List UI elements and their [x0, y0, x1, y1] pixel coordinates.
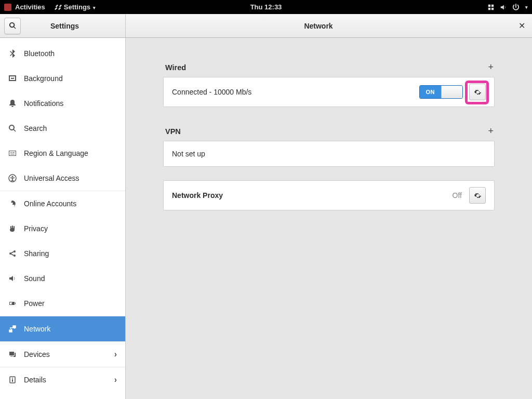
sidebar-item-sharing[interactable]: Sharing	[0, 241, 125, 266]
info-icon	[8, 376, 17, 384]
caret-down-icon: ▾	[93, 5, 96, 10]
app-menu-button[interactable]: Settings ▾	[64, 3, 96, 11]
sidebar-item-label: Region & Language	[24, 149, 88, 157]
tools-icon	[55, 4, 62, 11]
proxy-label: Network Proxy	[172, 191, 223, 200]
close-icon: ✕	[518, 21, 525, 30]
vpn-status: Not set up	[172, 150, 205, 158]
sidebar-item-label: Power	[24, 299, 45, 308]
chevron-right-icon: ›	[114, 375, 117, 384]
speaker-icon	[8, 274, 17, 283]
sidebar-item-label: Details	[24, 376, 46, 384]
toggle-off-handle	[441, 86, 463, 98]
close-button[interactable]: ✕	[511, 21, 532, 31]
proxy-status: Off	[453, 191, 462, 200]
vpn-row: Not set up	[163, 141, 495, 167]
distro-icon	[4, 4, 11, 11]
sidebar-item-label: Online Accounts	[24, 200, 76, 208]
cloud-icon	[8, 200, 17, 208]
sidebar: Bluetooth Background Notifications Searc…	[0, 38, 126, 399]
add-wired-button[interactable]: +	[488, 62, 495, 73]
network-icon	[8, 325, 17, 333]
clock[interactable]: Thu 12:33	[250, 3, 282, 11]
page-title: Network	[126, 22, 511, 30]
volume-icon[interactable]	[500, 4, 507, 11]
search-button[interactable]	[4, 18, 21, 34]
svg-rect-5	[9, 330, 12, 332]
wired-settings-button[interactable]	[469, 84, 486, 100]
sidebar-title: Settings	[21, 22, 125, 30]
sidebar-item-label: Background	[24, 74, 63, 83]
network-icon[interactable]	[487, 4, 495, 11]
wired-section-header: Wired +	[165, 62, 495, 73]
background-icon	[8, 74, 17, 83]
wired-connection-row: Connected - 10000 Mb/s ON	[163, 77, 495, 107]
add-vpn-button[interactable]: +	[488, 126, 495, 137]
sidebar-item-details[interactable]: Details ›	[0, 367, 125, 392]
wired-toggle[interactable]: ON	[419, 85, 463, 99]
sidebar-item-label: Notifications	[24, 99, 63, 108]
accessibility-icon	[8, 174, 17, 182]
share-icon	[8, 249, 17, 258]
sidebar-item-label: Universal Access	[24, 174, 79, 182]
search-icon	[9, 22, 17, 30]
sidebar-item-label: Network	[24, 325, 50, 333]
plus-icon: +	[488, 62, 494, 72]
globe-icon	[8, 149, 17, 157]
sidebar-item-online-accounts[interactable]: Online Accounts	[0, 191, 125, 216]
search-icon	[8, 124, 17, 132]
svg-point-3	[14, 250, 16, 252]
sidebar-item-label: Privacy	[24, 224, 48, 233]
wired-status: Connected - 10000 Mb/s	[172, 88, 251, 96]
power-icon[interactable]	[512, 4, 520, 11]
svg-rect-9	[12, 379, 13, 382]
svg-rect-6	[13, 326, 16, 328]
vpn-title: VPN	[165, 127, 181, 136]
sidebar-item-region-language[interactable]: Region & Language	[0, 141, 125, 166]
activities-button[interactable]: Activities	[15, 3, 45, 11]
battery-icon	[8, 299, 17, 308]
gear-icon	[474, 192, 482, 200]
sidebar-item-background[interactable]: Background	[0, 66, 125, 91]
sidebar-item-label: Sound	[24, 274, 45, 283]
bluetooth-icon	[8, 49, 17, 58]
sidebar-item-label: Devices	[24, 350, 50, 358]
caret-down-icon: ▾	[525, 5, 528, 10]
top-panel: Activities Settings ▾ Thu 12:33 ▾	[0, 0, 532, 14]
sidebar-item-devices[interactable]: Devices ›	[0, 342, 125, 367]
sidebar-item-search[interactable]: Search	[0, 116, 125, 141]
bell-icon	[8, 99, 17, 108]
sidebar-item-sound[interactable]: Sound	[0, 266, 125, 291]
sidebar-item-privacy[interactable]: Privacy	[0, 216, 125, 241]
plus-icon: +	[488, 126, 494, 136]
sidebar-item-power[interactable]: Power	[0, 291, 125, 316]
svg-point-8	[12, 378, 13, 379]
hand-icon	[8, 224, 17, 233]
headerbar: Settings Network ✕	[0, 14, 532, 38]
svg-point-1	[12, 176, 14, 177]
sidebar-item-label: Bluetooth	[24, 49, 55, 58]
sidebar-item-label: Sharing	[24, 249, 49, 258]
network-proxy-row[interactable]: Network Proxy Off	[163, 180, 495, 210]
vpn-section-header: VPN +	[165, 126, 495, 137]
svg-point-4	[14, 255, 16, 257]
sidebar-item-universal-access[interactable]: Universal Access	[0, 166, 125, 191]
sidebar-item-notifications[interactable]: Notifications	[0, 91, 125, 116]
proxy-settings-button[interactable]	[469, 187, 486, 204]
devices-icon	[8, 350, 17, 358]
sidebar-item-network[interactable]: Network	[0, 316, 125, 341]
wired-title: Wired	[165, 63, 186, 72]
chevron-right-icon: ›	[114, 350, 117, 359]
sidebar-item-label: Search	[24, 124, 47, 132]
sidebar-item-bluetooth[interactable]: Bluetooth	[0, 41, 125, 66]
gear-icon	[474, 88, 482, 96]
toggle-on-label: ON	[420, 86, 441, 98]
main-content: Wired + Connected - 10000 Mb/s ON	[126, 38, 532, 399]
